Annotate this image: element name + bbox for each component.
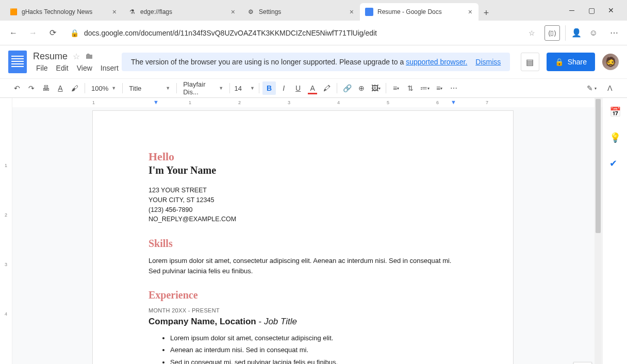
toolbar-right-icons: (▯) 👤 ☺ ⋯ [544, 25, 622, 41]
minimize-icon[interactable]: ─ [565, 6, 579, 14]
add-comment-button[interactable]: ⊕ [355, 81, 368, 95]
back-button[interactable]: ← [5, 25, 22, 41]
highlight-button[interactable]: 🖍 [320, 81, 334, 95]
url-text: docs.google.com/document/d/11n34f3SvQ8UZ… [84, 29, 377, 37]
bold-button[interactable]: B [262, 81, 276, 95]
tab-settings[interactable]: ⚙ Settings × [241, 3, 360, 21]
heading-experience: Experience [148, 289, 457, 301]
address-bar[interactable]: 🔒 docs.google.com/document/d/11n34f3SvQ8… [64, 24, 541, 42]
share-label: Share [568, 58, 587, 66]
tab-ghacks[interactable]: 🟧 gHacks Technology News × [4, 3, 123, 21]
list-item: Lorem ipsum dolor sit amet, consectetur … [170, 332, 457, 344]
close-window-icon[interactable]: ✕ [604, 6, 618, 14]
insert-link-button[interactable]: 🔗 [340, 81, 354, 95]
exp1-company-line: Company Name, Location - Job Title [148, 317, 457, 327]
ghacks-favicon: 🟧 [9, 8, 18, 16]
lock-icon: 🔒 [70, 29, 79, 37]
refresh-button[interactable]: ⟳ [44, 25, 61, 41]
zoom-dropdown[interactable]: 100%▼ [88, 81, 119, 95]
explore-button[interactable]: ✦ [573, 362, 592, 364]
star-icon[interactable]: ☆ [73, 52, 80, 61]
google-docs-logo[interactable] [8, 51, 27, 73]
phone: (123) 456-7890 [148, 205, 457, 215]
scrollbar-thumb[interactable] [596, 99, 601, 233]
star-icon[interactable]: ☆ [529, 29, 535, 37]
tab-label: edge://flags [140, 8, 172, 15]
exp1-bullets: Lorem ipsum dolor sit amet, consectetur … [148, 332, 457, 364]
vertical-scrollbar[interactable] [595, 98, 602, 364]
tab-flags[interactable]: ⚗ edge://flags × [123, 3, 241, 21]
heading-hello: Hello [148, 150, 457, 163]
heading-name: I'm Your Name [148, 164, 457, 176]
close-icon[interactable]: × [349, 7, 355, 17]
paragraph-style-dropdown[interactable]: Title▼ [126, 81, 173, 95]
main-canvas: ▼ ▼ 11234567 Hello I'm Your Name 123 YOU… [12, 98, 602, 364]
document-title[interactable]: Resume [33, 51, 68, 62]
address-row: ← → ⟳ 🔒 docs.google.com/document/d/11n34… [0, 21, 627, 45]
tasks-icon[interactable]: ✔ [609, 158, 621, 169]
numbered-list-button[interactable]: ≔▾ [418, 81, 432, 95]
tab-label: Resume - Google Docs [377, 8, 442, 15]
more-button[interactable]: ⋯ [447, 81, 460, 95]
insert-image-button[interactable]: 🖼▾ [369, 81, 383, 95]
menu-insert[interactable]: Insert [97, 63, 122, 73]
flask-icon: ⚗ [128, 8, 136, 16]
heading-skills: Skills [148, 238, 457, 250]
supported-browser-link[interactable]: supported browser. [406, 58, 467, 66]
new-tab-button[interactable]: + [478, 5, 494, 21]
indent-marker-icon[interactable]: ▼ [451, 99, 456, 105]
menu-view[interactable]: View [74, 63, 95, 73]
menu-edit[interactable]: Edit [53, 63, 72, 73]
tab-strip: 🟧 gHacks Technology News × ⚗ edge://flag… [0, 0, 627, 21]
underline-button[interactable]: U [291, 81, 305, 95]
extensions-icon[interactable]: (▯) [544, 25, 560, 41]
dismiss-link[interactable]: Dismiss [475, 58, 501, 66]
print-button[interactable]: 🖶 [39, 81, 53, 95]
line-spacing-button[interactable]: ⇅ [404, 81, 417, 95]
close-icon[interactable]: × [111, 7, 118, 17]
exp1-dates: MONTH 20XX - PRESENT [148, 307, 457, 313]
close-icon[interactable]: × [467, 7, 473, 17]
keep-icon[interactable]: 💡 [609, 132, 621, 143]
header-right: ▤ 🔒 Share 🧔 [521, 53, 619, 71]
text-color-button[interactable]: A [306, 81, 319, 95]
folder-icon[interactable]: 🖿 [85, 52, 93, 61]
paint-format-button[interactable]: 🖌 [68, 81, 81, 95]
close-icon[interactable]: × [230, 7, 236, 17]
list-item: Aenean ac interdum nisi. Sed in consequa… [170, 344, 457, 356]
redo-button[interactable]: ↷ [25, 81, 38, 95]
menu-file[interactable]: File [33, 63, 51, 73]
italic-button[interactable]: I [277, 81, 290, 95]
font-dropdown[interactable]: Playfair Dis...▼ [180, 81, 226, 95]
gear-icon: ⚙ [246, 8, 255, 16]
forward-button[interactable]: → [25, 25, 41, 41]
feedback-icon[interactable]: ☺ [586, 25, 601, 41]
tab-label: Settings [259, 8, 281, 15]
spellcheck-button[interactable]: A [54, 81, 67, 95]
calendar-icon[interactable]: 📅 [609, 106, 621, 118]
side-panel: 📅 💡 ✔ [602, 98, 627, 364]
document-page[interactable]: Hello I'm Your Name 123 YOUR STREET YOUR… [92, 110, 514, 364]
editing-mode-button[interactable]: ✎▾ [585, 81, 598, 95]
avatar[interactable]: 🧔 [602, 54, 619, 70]
document-canvas: 1234 ▼ ▼ 11234567 Hello I'm Your Name 12… [0, 98, 627, 364]
tab-resume[interactable]: Resume - Google Docs × [360, 3, 478, 21]
email: NO_REPLY@EXAMPLE.COM [148, 214, 457, 224]
undo-button[interactable]: ↶ [10, 81, 24, 95]
skills-body: Lorem ipsum dolor sit amet, consectetur … [148, 256, 457, 276]
collapse-toolbar-button[interactable]: ᐱ [603, 81, 617, 95]
notice-text: The version of the browser you are using… [131, 58, 404, 66]
font-size[interactable]: 14▼ [233, 81, 256, 95]
maximize-icon[interactable]: ▢ [585, 6, 598, 14]
indent-marker-icon[interactable]: ▼ [153, 99, 159, 105]
share-button[interactable]: 🔒 Share [547, 53, 595, 71]
city: YOUR CITY, ST 12345 [148, 195, 457, 205]
menu-icon[interactable]: ⋯ [606, 25, 622, 41]
lock-icon: 🔒 [555, 58, 564, 66]
street: 123 YOUR STREET [148, 186, 457, 195]
comments-icon[interactable]: ▤ [521, 53, 539, 71]
align-button[interactable]: ≡▾ [389, 81, 403, 95]
bulleted-list-button[interactable]: ≡▾ [433, 81, 446, 95]
doc-title-area: Resume ☆ 🖿 File Edit View Insert [33, 51, 122, 73]
profile-icon[interactable]: 👤 [565, 25, 581, 41]
